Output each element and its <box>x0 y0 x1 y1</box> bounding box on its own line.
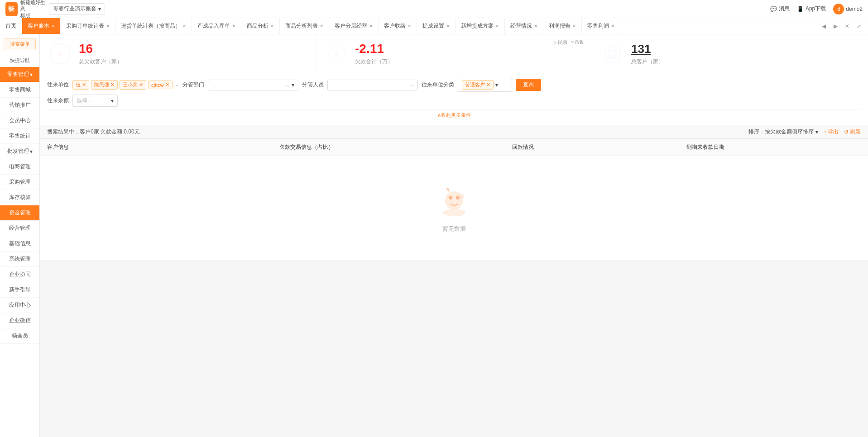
sidebar-item-corp-collab[interactable]: 企业协同 <box>0 267 39 282</box>
category-tag: 普通客户 ✕ <box>462 80 494 90</box>
sidebar-item-operations[interactable]: 经营管理 <box>0 221 39 236</box>
unit-tag-2: 王小亮 ✕ <box>120 80 146 90</box>
remove-tag-3[interactable]: ✕ <box>165 82 169 88</box>
nav-close-all-button[interactable]: ✕ <box>842 21 853 32</box>
play-icon: ▷ <box>553 39 556 45</box>
remove-tag-2[interactable]: ✕ <box>139 82 143 88</box>
more-icon: ··· <box>409 82 414 88</box>
phone-icon: 📱 <box>797 6 804 12</box>
tab-home[interactable]: 首页 <box>0 18 22 34</box>
remove-tag-1[interactable]: ✕ <box>110 82 115 88</box>
message-button[interactable]: 💬 消息 <box>770 5 790 13</box>
collapse-button[interactable]: ∧ 收起更多条件 <box>47 109 861 120</box>
sidebar-item-member-center[interactable]: 会员中心 <box>0 113 39 128</box>
more-tags-button[interactable]: ··· <box>174 82 179 88</box>
video-link[interactable]: ▷ 视频 <box>553 39 567 46</box>
nav-next-button[interactable]: ▶ <box>830 21 841 32</box>
chevron-down-icon: ▾ <box>98 6 101 12</box>
app-download-button[interactable]: 📱 App下载 <box>797 5 826 13</box>
refresh-button[interactable]: ↺ 刷新 <box>844 128 861 136</box>
main-layout: 搜索菜单 快捷导航 零售管理 ▾ 零售商城 营销推广 会员中心 零售统计 批发管… <box>0 34 868 437</box>
sidebar-item-retail-mall[interactable]: 零售商城 <box>0 82 39 98</box>
close-icon[interactable]: ✕ <box>369 24 373 28</box>
sidebar-item-app-center[interactable]: 应用中心 <box>0 298 39 313</box>
sidebar-item-enterprise-wechat[interactable]: 企业微信 <box>0 313 39 328</box>
sidebar-item-retail-manage[interactable]: 零售管理 ▾ <box>0 67 39 82</box>
remove-tag-0[interactable]: ✕ <box>82 82 86 88</box>
sidebar-item-ecommerce[interactable]: 电商管理 <box>0 159 39 175</box>
sidebar-item-new-guide[interactable]: 新手引导 <box>0 282 39 298</box>
query-button[interactable]: 查询 <box>516 79 541 91</box>
export-button[interactable]: ↑ 导出 <box>824 128 839 136</box>
sidebar-item-retail-stats[interactable]: 零售统计 <box>0 128 39 144</box>
close-icon[interactable]: ✕ <box>182 24 186 28</box>
tab-production-in[interactable]: 产成品入库单 ✕ <box>192 18 241 34</box>
svg-rect-5 <box>608 49 612 53</box>
close-icon[interactable]: ✕ <box>611 24 614 28</box>
logo-text: 畅捷通好生意 标版 <box>20 0 45 19</box>
tab-goods-analysis[interactable]: 商品分析 ✕ <box>241 18 280 34</box>
tab-customer-account[interactable]: 客户账本 ✕ <box>22 18 61 34</box>
refresh-icon: ↺ <box>844 129 849 135</box>
person-label: 分管人员 <box>302 81 324 89</box>
tab-commission-settings[interactable]: 提成设置 ✕ <box>417 18 456 34</box>
close-icon[interactable]: ✕ <box>572 24 576 28</box>
result-info: 搜索结果中，客户0家 欠款金额 0.00元 <box>47 128 140 136</box>
tab-profit-report[interactable]: 利润报告 ✕ <box>543 18 582 34</box>
logo-icon: 畅 <box>5 2 18 16</box>
balance-select[interactable]: 选择... ▾ <box>72 95 118 107</box>
sidebar-item-purchase[interactable]: 采购管理 <box>0 175 39 190</box>
nav-prev-button[interactable]: ◀ <box>818 21 829 32</box>
tab-operation[interactable]: 经营情况 ✕ <box>505 18 543 34</box>
person-select[interactable]: ··· <box>327 80 418 90</box>
dept-select[interactable]: ··· ▾ <box>208 80 298 90</box>
sidebar-item-inventory[interactable]: 库存核算 <box>0 190 39 205</box>
sidebar-item-wholesale-manage[interactable]: 批发管理 ▾ <box>0 144 39 159</box>
money-icon: ¥ <box>49 43 72 65</box>
close-icon[interactable]: ✕ <box>408 24 411 28</box>
tab-retail-profit[interactable]: 零售利润 ✕ <box>582 18 620 34</box>
close-icon[interactable]: ✕ <box>495 24 499 28</box>
empty-text: 暂无数据 <box>442 225 466 233</box>
table-col-due-date: 到期未收款日期 <box>686 143 861 151</box>
balance-label: 往来余额 <box>47 97 69 104</box>
close-icon[interactable]: ✕ <box>534 24 537 28</box>
unit-tag-0: 伍 ✕ <box>72 80 89 90</box>
sort-button[interactable]: 排序：按欠款金额倒序排序 ▾ <box>748 128 818 136</box>
close-icon[interactable]: ✕ <box>320 24 323 28</box>
close-icon[interactable]: ✕ <box>106 24 110 28</box>
tab-purchase-order[interactable]: 采购订单统计表 ✕ <box>61 18 115 34</box>
sidebar-item-system[interactable]: 系统管理 <box>0 252 39 267</box>
sidebar-item-member[interactable]: 畅会员 <box>0 328 39 344</box>
empty-illustration <box>436 183 472 219</box>
tab-goods-analysis-list[interactable]: 商品分析列表 ✕ <box>280 18 329 34</box>
remove-category-tag[interactable]: ✕ <box>486 82 490 88</box>
search-menu-button[interactable]: 搜索菜单 <box>4 38 36 50</box>
sidebar-item-basic-info[interactable]: 基础信息 <box>0 236 39 252</box>
top-bar-right: 💬 消息 📱 App下载 d demo2 <box>770 4 863 14</box>
svg-rect-7 <box>608 55 612 59</box>
sidebar-search-area: 搜索菜单 <box>0 34 39 54</box>
stat-card-total: 131 总客户（家） <box>592 34 868 73</box>
close-icon[interactable]: ✕ <box>446 24 450 28</box>
system-select[interactable]: 母婴行业演示账套 ▾ <box>49 3 105 14</box>
sidebar-item-marketing[interactable]: 营销推广 <box>0 98 39 113</box>
sidebar-quick-nav[interactable]: 快捷导航 <box>0 54 39 67</box>
help-link[interactable]: ? 帮助 <box>571 39 585 46</box>
export-icon: ↑ <box>824 129 826 135</box>
stat-info-customers: 16 总欠款客户（家） <box>79 42 122 66</box>
tab-customer-contact[interactable]: 客户联络 ✕ <box>379 18 417 34</box>
category-label: 往来单位分类 <box>422 81 454 89</box>
stats-row: ¥ 16 总欠款客户（家） ◆ -2.11 欠款合计（万） <box>40 34 868 73</box>
nav-fullscreen-button[interactable]: ⤢ <box>854 21 864 32</box>
user-menu[interactable]: d demo2 <box>833 4 863 14</box>
close-icon[interactable]: ✕ <box>270 24 274 28</box>
tab-customer-tier[interactable]: 客户分层经营 ✕ <box>329 18 379 34</box>
category-select[interactable]: 普通客户 ✕ ▾ <box>458 78 512 92</box>
tab-purchase-stats[interactable]: 进货单统计表（按商品） ✕ <box>115 18 192 34</box>
sidebar-item-finance[interactable]: 资金管理 <box>0 205 39 221</box>
close-icon[interactable]: ✕ <box>232 24 235 28</box>
close-icon[interactable]: ✕ <box>51 24 55 28</box>
tab-add-commission[interactable]: 新增提成方案 ✕ <box>456 18 505 34</box>
result-actions: 排序：按欠款金额倒序排序 ▾ ↑ 导出 ↺ 刷新 <box>748 128 861 136</box>
